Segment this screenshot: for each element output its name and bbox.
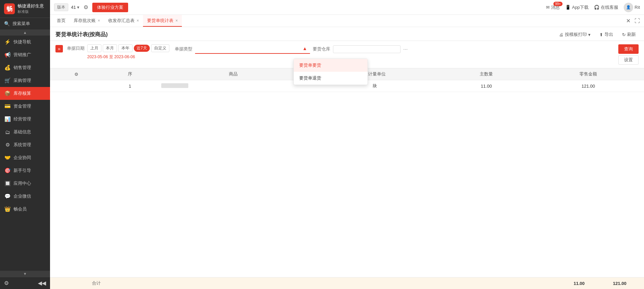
sidebar-item-marketing[interactable]: 📢 营销推广 — [0, 48, 50, 61]
row-1-product — [157, 80, 310, 92]
filter-this-month[interactable]: 本月 — [103, 44, 117, 52]
topbar-user[interactable]: 👤 Rit — [624, 3, 640, 12]
tab-receive-summary-label: 收发存汇总表 — [108, 18, 135, 24]
tabbar-expand[interactable]: ⛶ — [633, 18, 641, 24]
filter-area: » 单据日期 上月 本月 本年 近7天 自定义 2023-0 — [50, 41, 644, 68]
service-icon: 🎧 — [594, 5, 599, 10]
sidebar-item-system[interactable]: ⚙ 系统管理 — [0, 138, 50, 151]
sidebar-item-appstore[interactable]: 🔲 应用中心 — [0, 177, 50, 190]
tab-home-label: 首页 — [57, 18, 66, 24]
col-settings[interactable]: ⚙ — [50, 68, 103, 80]
printer-icon: 🖨 — [559, 32, 564, 37]
col-seq: 序 — [103, 68, 157, 80]
message-icon: ✉ — [546, 5, 550, 10]
tab-home[interactable]: 首页 — [53, 15, 70, 27]
sales-icon: 💰 — [4, 65, 11, 71]
quick-nav-label: 快捷导航 — [14, 39, 46, 45]
row-1-amount: 121.00 — [532, 80, 644, 92]
search-icon: 🔍 — [4, 21, 10, 26]
filter-custom[interactable]: 自定义 — [151, 44, 169, 52]
vip-icon: 👑 — [4, 206, 11, 212]
tab-order-summary-label: 要货单统计表 — [147, 18, 173, 24]
sidebar-item-wechat[interactable]: 💬 企业微信 — [0, 190, 50, 203]
filter-recent7[interactable]: 近7天 — [134, 45, 150, 52]
refresh-icon: ↻ — [622, 32, 626, 37]
table-container: ⚙ 序 商品 主计量单位 主数量 — [50, 68, 644, 277]
filter-this-year[interactable]: 本年 — [118, 44, 133, 52]
message-badge: 99+ — [553, 2, 563, 6]
print-template-label: 按模板打印 — [565, 31, 587, 38]
product-placeholder — [161, 83, 188, 88]
col-product: 商品 — [157, 68, 310, 80]
filter-warehouse-input[interactable] — [333, 45, 401, 53]
quick-nav-icon: ⚡ — [4, 39, 11, 45]
appstore-label: 应用中心 — [14, 180, 46, 186]
sidebar-item-vip[interactable]: 👑 畅会员 — [0, 203, 50, 216]
tabbar-close-all[interactable]: ✕ — [625, 18, 632, 24]
logo-subtitle: 标准版 — [18, 9, 44, 14]
filter-type-label: 单据类型 — [175, 46, 192, 52]
dropdown-item-order-return[interactable]: 要货单退货 — [294, 72, 367, 85]
print-dropdown-icon[interactable]: ▾ — [588, 32, 591, 37]
col-settings-icon[interactable]: ⚙ — [74, 72, 78, 77]
topbar-count: 41 — [71, 5, 76, 10]
filter-left: 单据日期 上月 本月 本年 近7天 自定义 2023-05-06 至 2023-… — [67, 44, 169, 60]
appstore-icon: 🔲 — [4, 180, 11, 186]
filter-prev-month[interactable]: 上月 — [87, 44, 101, 52]
sidebar-item-basic[interactable]: 🗂 基础信息 — [0, 126, 50, 138]
filter-type-select[interactable]: ▲ — [195, 44, 310, 54]
guide-label: 新手引导 — [14, 168, 46, 174]
tab-inventory-batch-close[interactable]: × — [98, 19, 100, 23]
row-1-seq: 1 — [103, 80, 157, 92]
sidebar-item-enterprise[interactable]: 🤝 企业协同 — [0, 151, 50, 164]
tab-order-summary-close[interactable]: × — [175, 19, 178, 23]
vip-label: 畅会员 — [14, 206, 46, 212]
filter-right-group: 单据类型 ▲ 要货仓库 ··· — [175, 44, 614, 54]
sidebar-item-sales[interactable]: 💰 销售管理 — [0, 61, 50, 74]
sidebar-scroll-up[interactable]: ▲ — [0, 29, 50, 36]
print-template-btn[interactable]: 🖨 按模板打印 ▾ — [556, 30, 593, 39]
dropdown-item-order-goods[interactable]: 要货单要货 — [294, 59, 367, 72]
page-actions: 🖨 按模板打印 ▾ ⬆ 导出 ↻ 刷新 — [556, 30, 639, 39]
sidebar-item-quick-nav[interactable]: ⚡ 快捷导航 — [0, 36, 50, 48]
filter-date-row: 单据日期 上月 本月 本年 近7天 自定义 — [67, 44, 169, 52]
avatar-img: 👤 — [626, 5, 631, 9]
tab-receive-summary-close[interactable]: × — [137, 19, 139, 23]
filter-more-icon[interactable]: ··· — [403, 46, 408, 52]
refresh-btn[interactable]: ↻ 刷新 — [619, 30, 639, 39]
export-btn[interactable]: ⬆ 导出 — [597, 30, 616, 39]
sidebar-nav: ⚡ 快捷导航 📢 营销推广 💰 销售管理 🛒 采购管理 📦 库存核算 💳 资金管… — [0, 36, 50, 271]
tab-inventory-batch-label: 库存批次账 — [74, 18, 96, 24]
filter-query-btn[interactable]: 查询 — [618, 44, 639, 54]
topbar-online-service[interactable]: 🎧 在线客服 — [594, 4, 618, 10]
sidebar-item-inventory[interactable]: 📦 库存核算 — [0, 87, 50, 100]
sidebar-collapse-icon[interactable]: ◀◀ — [38, 280, 46, 286]
topbar-app-download[interactable]: 📱 App下载 — [565, 4, 589, 10]
sidebar-item-finance[interactable]: 💳 资金管理 — [0, 100, 50, 113]
inventory-icon: 📦 — [4, 90, 11, 96]
sidebar-item-guide[interactable]: 🎯 新手引导 — [0, 164, 50, 177]
sidebar-settings-icon[interactable]: ⚙ — [4, 280, 9, 286]
row-1-qty: 11.00 — [440, 80, 532, 92]
tab-receive-summary[interactable]: 收发存汇总表 × — [104, 15, 143, 27]
search-label: 搜索菜单 — [13, 21, 30, 27]
filter-date-range-row: 2023-05-06 至 2023-06-06 — [87, 54, 169, 60]
topbar-settings-icon[interactable]: ⚙ — [84, 4, 88, 10]
filter-settings-btn[interactable]: 设置 — [618, 55, 639, 65]
tab-order-summary[interactable]: 要货单统计表 × — [143, 15, 182, 27]
topbar-dropdown-icon[interactable]: ▾ — [77, 5, 79, 10]
sidebar-scroll-down[interactable]: ▼ — [0, 271, 50, 277]
operations-icon: 📊 — [4, 116, 11, 122]
filter-expand-btn[interactable]: » — [55, 45, 63, 52]
sidebar-item-operations[interactable]: 📊 经营管理 — [0, 113, 50, 126]
filter-type-arrow[interactable]: ▲ — [303, 46, 307, 51]
footer-label: 合计 — [88, 280, 101, 286]
trial-btn[interactable]: 体验行业方案 — [92, 3, 128, 12]
finance-icon: 💳 — [4, 103, 11, 109]
logo-title: 畅捷通好生意 — [18, 3, 44, 9]
tabbar-right: ✕ ⛶ — [625, 18, 641, 24]
topbar-messages[interactable]: ✉ 消息 99+ — [546, 4, 560, 10]
sidebar-search[interactable]: 🔍 搜索菜单 — [0, 18, 50, 29]
tab-inventory-batch[interactable]: 库存批次账 × — [70, 15, 104, 27]
sidebar-item-purchase[interactable]: 🛒 采购管理 — [0, 74, 50, 87]
